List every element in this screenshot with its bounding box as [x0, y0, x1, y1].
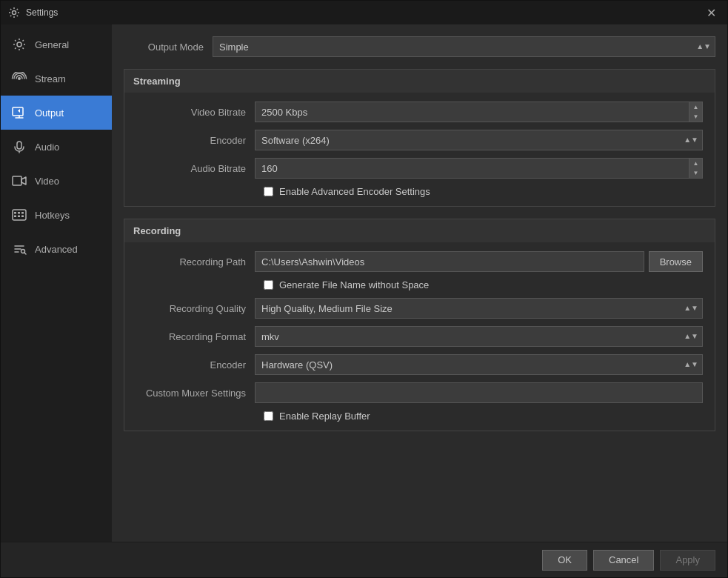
audio-bitrate-input-group: ▲ ▼ — [255, 158, 703, 179]
footer: OK Cancel Apply — [1, 542, 727, 577]
titlebar: Settings ✕ — [1, 1, 727, 24]
svg-rect-9 — [21, 212, 24, 214]
svg-rect-12 — [21, 216, 24, 218]
streaming-encoder-label: Encoder — [136, 135, 255, 146]
advanced-encoder-row: Enable Advanced Encoder Settings — [136, 186, 703, 197]
replay-buffer-checkbox[interactable] — [264, 411, 273, 421]
recording-quality-row: Recording Quality High Quality, Medium F… — [136, 298, 703, 319]
audio-bitrate-control: ▲ ▼ — [255, 158, 703, 179]
recording-quality-select[interactable]: High Quality, Medium File Size Indisting… — [255, 298, 703, 319]
streaming-section-header: Streaming — [124, 70, 715, 93]
custom-muxer-row: Custom Muxer Settings — [136, 382, 703, 403]
recording-path-input[interactable] — [255, 251, 644, 272]
generate-filename-checkbox[interactable] — [264, 280, 273, 290]
sidebar-item-stream[interactable]: Stream — [1, 62, 112, 96]
svg-rect-5 — [13, 176, 21, 185]
svg-rect-6 — [13, 210, 26, 220]
output-mode-select-wrapper: Simple Advanced ▲▼ — [213, 36, 715, 57]
audio-bitrate-down[interactable]: ▼ — [689, 168, 702, 178]
custom-muxer-input[interactable] — [255, 382, 703, 403]
recording-quality-label: Recording Quality — [136, 303, 255, 314]
audio-icon — [11, 139, 27, 155]
streaming-encoder-select-wrapper: Software (x264) Hardware (QSV) Hardware … — [255, 130, 703, 150]
svg-rect-7 — [14, 212, 16, 214]
sidebar-item-advanced[interactable]: Advanced — [1, 232, 112, 266]
sidebar: General Stream — [1, 24, 112, 542]
recording-path-label: Recording Path — [136, 256, 255, 268]
sidebar-item-audio[interactable]: Audio — [1, 130, 112, 164]
generate-filename-row: Generate File Name without Space — [136, 279, 703, 290]
content-area: Output Mode Simple Advanced ▲▼ Streaming… — [112, 24, 727, 542]
advanced-encoder-label: Enable Advanced Encoder Settings — [279, 186, 430, 197]
video-bitrate-spinner: ▲ ▼ — [689, 102, 703, 122]
recording-format-row: Recording Format mkv mp4 flv mov ▲▼ — [136, 326, 703, 347]
replay-buffer-row: Enable Replay Buffer — [136, 411, 703, 422]
sidebar-item-output[interactable]: Output — [1, 96, 112, 130]
audio-bitrate-input[interactable] — [255, 158, 689, 179]
recording-encoder-select[interactable]: Hardware (QSV) Software (x264) Hardware … — [255, 354, 703, 375]
recording-section-header: Recording — [124, 219, 715, 242]
streaming-encoder-row: Encoder Software (x264) Hardware (QSV) H… — [136, 130, 703, 150]
settings-icon — [8, 7, 20, 19]
svg-point-2 — [18, 77, 21, 80]
audio-bitrate-spinner: ▲ ▼ — [689, 158, 703, 179]
streaming-section: Streaming Video Bitrate ▲ ▼ — [124, 69, 715, 207]
custom-muxer-label: Custom Muxer Settings — [136, 388, 255, 399]
output-icon — [11, 104, 27, 121]
sidebar-label-hotkeys: Hotkeys — [35, 210, 70, 221]
recording-encoder-select-wrapper: Hardware (QSV) Software (x264) Hardware … — [255, 354, 703, 375]
svg-point-1 — [17, 42, 21, 47]
audio-bitrate-label: Audio Bitrate — [136, 163, 255, 174]
close-button[interactable]: ✕ — [702, 4, 720, 21]
output-mode-row: Output Mode Simple Advanced ▲▼ — [124, 36, 715, 57]
titlebar-left: Settings — [8, 7, 58, 19]
video-bitrate-control: ▲ ▼ — [255, 102, 703, 122]
cancel-button[interactable]: Cancel — [593, 550, 654, 571]
recording-path-input-group: Browse — [255, 251, 703, 272]
svg-rect-3 — [13, 107, 23, 116]
main-layout: General Stream — [1, 24, 727, 542]
svg-rect-11 — [18, 216, 20, 218]
output-mode-select[interactable]: Simple Advanced — [213, 36, 715, 57]
video-icon — [11, 173, 27, 189]
svg-rect-10 — [14, 216, 16, 218]
recording-quality-control: High Quality, Medium File Size Indisting… — [255, 298, 703, 319]
hotkeys-icon — [11, 207, 27, 223]
output-mode-label: Output Mode — [124, 41, 213, 53]
svg-rect-8 — [18, 212, 20, 214]
audio-bitrate-row: Audio Bitrate ▲ ▼ — [136, 158, 703, 179]
recording-encoder-control: Hardware (QSV) Software (x264) Hardware … — [255, 354, 703, 375]
apply-button[interactable]: Apply — [660, 550, 715, 571]
recording-section-body: Recording Path Browse Generate File Name… — [124, 242, 715, 431]
sidebar-label-general: General — [35, 39, 69, 50]
ok-button[interactable]: OK — [542, 550, 587, 571]
sidebar-label-audio: Audio — [35, 142, 59, 153]
sidebar-label-advanced: Advanced — [35, 244, 78, 255]
advanced-encoder-checkbox[interactable] — [264, 187, 273, 196]
streaming-encoder-select[interactable]: Software (x264) Hardware (QSV) Hardware … — [255, 130, 703, 150]
recording-path-row: Recording Path Browse — [136, 251, 703, 272]
recording-format-select-wrapper: mkv mp4 flv mov ▲▼ — [255, 326, 703, 347]
audio-bitrate-up[interactable]: ▲ — [689, 159, 702, 168]
video-bitrate-down[interactable]: ▼ — [689, 112, 702, 122]
advanced-icon — [11, 241, 27, 257]
sidebar-item-general[interactable]: General — [1, 27, 112, 62]
sidebar-label-output: Output — [35, 107, 64, 119]
video-bitrate-input[interactable] — [255, 102, 689, 122]
sidebar-item-video[interactable]: Video — [1, 164, 112, 198]
streaming-encoder-control: Software (x264) Hardware (QSV) Hardware … — [255, 130, 703, 150]
recording-encoder-row: Encoder Hardware (QSV) Software (x264) H… — [136, 354, 703, 375]
recording-format-control: mkv mp4 flv mov ▲▼ — [255, 326, 703, 347]
video-bitrate-input-group: ▲ ▼ — [255, 102, 703, 122]
sidebar-item-hotkeys[interactable]: Hotkeys — [1, 198, 112, 232]
video-bitrate-row: Video Bitrate ▲ ▼ — [136, 102, 703, 122]
sidebar-label-video: Video — [35, 176, 59, 187]
recording-format-label: Recording Format — [136, 331, 255, 342]
video-bitrate-up[interactable]: ▲ — [689, 102, 702, 112]
recording-format-select[interactable]: mkv mp4 flv mov — [255, 326, 703, 347]
browse-button[interactable]: Browse — [649, 251, 703, 272]
generate-filename-label: Generate File Name without Space — [279, 279, 429, 290]
custom-muxer-control — [255, 382, 703, 403]
sidebar-label-stream: Stream — [35, 73, 66, 84]
recording-encoder-label: Encoder — [136, 359, 255, 371]
